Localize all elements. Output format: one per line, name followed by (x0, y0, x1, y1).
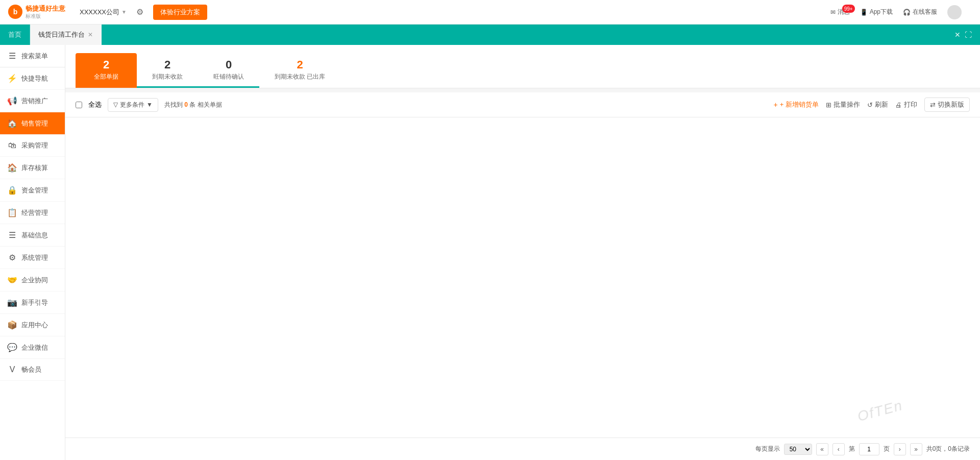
new-order-label: + 新增销货单 (780, 100, 819, 109)
sidebar: ☰ 搜索菜单 ⚡ 快捷导航 📢 营销推广 🏠 销售管理 🛍 采购管理 🏠 库存核… (0, 45, 65, 460)
tab-bar: 首页 钱货日清工作台 ✕ ✕ ⛶ (0, 25, 980, 45)
select-all-checkbox[interactable] (76, 102, 82, 108)
tab-close-button[interactable]: ✕ (954, 31, 961, 39)
per-page-label: 每页显示 (755, 445, 780, 453)
sidebar-item-basics[interactable]: ☰ 基础信息 (0, 224, 65, 247)
tab-expand-button[interactable]: ⛶ (965, 31, 972, 39)
header-left: b 畅捷通好生意 标准版 XXXXXX公司 ▼ ⚙ 体验行业方案 (8, 5, 207, 20)
sidebar-label-purchase: 采购管理 (21, 141, 48, 150)
sidebar-label-system: 系统管理 (21, 253, 48, 262)
sidebar-item-finance[interactable]: 🔒 资金管理 (0, 179, 65, 202)
next-page-button[interactable]: › (894, 443, 906, 455)
sidebar-label-search-menu: 搜索菜单 (21, 52, 48, 61)
sidebar-item-operations[interactable]: 📋 经营管理 (0, 202, 65, 224)
refresh-icon: ↺ (867, 101, 873, 109)
per-page-select[interactable]: 50 10 20 100 (784, 444, 812, 455)
print-icon: 🖨 (895, 101, 902, 109)
found-text: 共找到 0 条 相关单据 (164, 101, 222, 109)
page-number-input[interactable] (859, 443, 879, 455)
last-page-button[interactable]: » (910, 443, 922, 455)
sidebar-item-inventory[interactable]: 🏠 库存核算 (0, 157, 65, 179)
batch-label: 批量操作 (834, 100, 860, 109)
message-badge: 99+ (842, 5, 855, 13)
cooperation-icon: 🤝 (7, 275, 17, 285)
logo-sub: 标准版 (26, 13, 65, 19)
sidebar-item-apps[interactable]: 📦 应用中心 (0, 314, 65, 336)
stat-num-overdue: 2 (164, 58, 170, 71)
marketing-icon: 📢 (7, 96, 17, 106)
logo-main: 畅捷通好生意 (26, 5, 65, 13)
sidebar-item-wechat[interactable]: 💬 企业微信 (0, 336, 65, 359)
sales-icon: 🏠 (7, 118, 17, 128)
switch-label: 切换新版 (938, 100, 964, 109)
system-icon: ⚙ (7, 253, 17, 262)
sidebar-item-search-menu[interactable]: ☰ 搜索菜单 (0, 45, 65, 67)
print-button[interactable]: 🖨 打印 (895, 100, 917, 109)
avatar[interactable] (947, 5, 962, 19)
new-order-button[interactable]: + + 新增销货单 (774, 100, 819, 109)
prev-page-button[interactable]: ‹ (832, 443, 845, 455)
member-icon: V (7, 365, 17, 374)
message-action[interactable]: ✉ 消息 99+ (830, 8, 850, 16)
refresh-button[interactable]: ↺ 刷新 (867, 100, 888, 109)
batch-icon: ⊞ (826, 101, 831, 109)
batch-operate-button[interactable]: ⊞ 批量操作 (826, 100, 860, 109)
stat-tab-wangpu[interactable]: 0 旺铺待确认 (198, 53, 259, 88)
purchase-icon: 🛍 (7, 141, 17, 150)
trial-button[interactable]: 体验行业方案 (153, 5, 207, 20)
stat-label-overdue: 到期未收款 (152, 72, 183, 81)
main-content: 2 全部单据 2 到期未收款 0 旺铺待确认 2 到期未收款 已出库 全选 ▽ (65, 45, 980, 460)
sidebar-label-cooperation: 企业协同 (21, 276, 48, 285)
company-selector[interactable]: XXXXXX公司 ▼ (80, 8, 127, 17)
stats-bar: 2 全部单据 2 到期未收款 0 旺铺待确认 2 到期未收款 已出库 (65, 45, 980, 88)
sidebar-item-quick-nav[interactable]: ⚡ 快捷导航 (0, 67, 65, 90)
sidebar-item-sales[interactable]: 🏠 销售管理 (0, 112, 65, 135)
found-suffix: 相关单据 (198, 101, 222, 108)
stat-num-wangpu: 0 (226, 58, 232, 71)
basics-icon: ☰ (7, 230, 17, 240)
print-label: 打印 (904, 100, 917, 109)
stat-label-shipped: 到期未收款 已出库 (275, 72, 325, 81)
tab-close-icon[interactable]: ✕ (88, 31, 93, 38)
sidebar-item-purchase[interactable]: 🛍 采购管理 (0, 135, 65, 157)
wechat-icon: 💬 (7, 343, 17, 352)
tab-home[interactable]: 首页 (0, 25, 30, 45)
sidebar-item-guide[interactable]: 📷 新手引导 (0, 292, 65, 314)
sidebar-label-basics: 基础信息 (21, 231, 48, 240)
tab-cashflow[interactable]: 钱货日清工作台 ✕ (30, 25, 102, 45)
guide-icon: 📷 (7, 298, 17, 307)
stat-tab-shipped[interactable]: 2 到期未收款 已出库 (259, 53, 340, 88)
sidebar-item-system[interactable]: ⚙ 系统管理 (0, 247, 65, 269)
sidebar-item-cooperation[interactable]: 🤝 企业协同 (0, 269, 65, 292)
stat-num-shipped: 2 (297, 58, 303, 71)
service-action[interactable]: 🎧 在线客服 (903, 8, 937, 16)
sidebar-label-marketing: 营销推广 (21, 96, 48, 106)
switch-icon: ⇄ (930, 101, 936, 109)
sidebar-label-sales: 销售管理 (21, 119, 48, 128)
pagination: 每页显示 50 10 20 100 « ‹ 第 页 › » 共0页，0条记录 (65, 438, 980, 460)
filter-button[interactable]: ▽ 更多条件 ▼ (108, 98, 158, 112)
stat-label-wangpu: 旺铺待确认 (213, 72, 244, 81)
switch-version-button[interactable]: ⇄ 切换新版 (924, 98, 970, 112)
sidebar-label-finance: 资金管理 (21, 186, 48, 195)
company-arrow-icon: ▼ (121, 9, 127, 15)
message-icon: ✉ (830, 9, 836, 16)
stat-tab-overdue[interactable]: 2 到期未收款 (137, 53, 198, 88)
logo-icon: b (8, 5, 22, 19)
sidebar-label-quick-nav: 快捷导航 (21, 74, 48, 83)
finance-icon: 🔒 (7, 185, 17, 195)
total-text: 共0页，0条记录 (926, 445, 970, 453)
first-page-button[interactable]: « (816, 443, 828, 455)
refresh-label: 刷新 (875, 100, 888, 109)
found-unit: 条 (189, 101, 195, 108)
app-download-action[interactable]: 📱 App下载 (860, 8, 893, 16)
found-count: 0 (184, 101, 188, 108)
sidebar-label-inventory: 库存核算 (21, 163, 48, 173)
sidebar-label-guide: 新手引导 (21, 298, 48, 307)
operations-icon: 📋 (7, 208, 17, 217)
sidebar-item-member[interactable]: V 畅会员 (0, 359, 65, 381)
stat-tab-all[interactable]: 2 全部单据 (76, 53, 137, 88)
sidebar-item-marketing[interactable]: 📢 营销推广 (0, 90, 65, 112)
settings-button[interactable]: ⚙ (133, 5, 147, 19)
toolbar-left: 全选 ▽ 更多条件 ▼ 共找到 0 条 相关单据 (76, 98, 222, 112)
